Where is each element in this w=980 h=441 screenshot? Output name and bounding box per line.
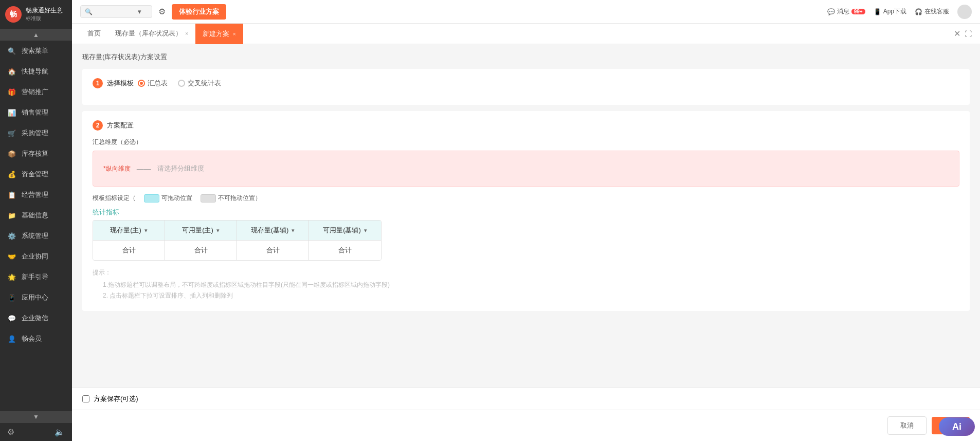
sidebar-item-system[interactable]: ⚙️ 系统管理 [0,226,72,246]
sales-icon: 📊 [7,108,16,117]
sidebar-item-label: 新手引导 [22,272,48,282]
fixed-chip-box [201,194,216,203]
save-row: 方案保存(可选) [72,388,980,410]
section-config-title: 方案配置 [107,121,134,130]
stats-cell-1: 合计 [165,241,237,260]
section-template-header: 1 选择模板 汇总表 交叉统计表 [93,78,959,88]
tab-new-scheme[interactable]: 新建方案 × [195,24,243,44]
sidebar-item-finance[interactable]: 💰 资金管理 [0,164,72,185]
sidebar-item-appstore[interactable]: 📱 应用中心 [0,287,72,308]
sidebar-item-label: 企业微信 [22,314,48,323]
sidebar: 畅 畅康通好生意 标准版 ▲ 🔍 搜索菜单 🏠 快捷导航 🎁 营销推广 📊 销售… [0,0,72,441]
stats-col-1-label: 可用量(主) [182,226,213,235]
stats-col-3-arrow[interactable]: ▾ [364,227,367,234]
section-template-title: 选择模板 [107,79,134,88]
stats-col-0[interactable]: 现存量(主) ▾ [93,220,165,240]
sidebar-item-quick-nav[interactable]: 🏠 快捷导航 [0,61,72,82]
tab-inventory-close-icon[interactable]: × [185,30,188,36]
newbie-icon: 🌟 [7,272,16,282]
search-box[interactable]: 🔍 ▾ [80,5,152,18]
stats-cell-3: 合计 [309,241,381,260]
sidebar-item-purchase[interactable]: 🛒 采购管理 [0,123,72,143]
radio-cross[interactable]: 交叉统计表 [178,79,221,88]
online-service-item[interactable]: 🎧 在线客服 [915,7,949,16]
search-dropdown-icon[interactable]: ▾ [138,8,141,15]
wechat-icon: 💬 [7,314,16,323]
ai-badge[interactable]: Ai [939,417,975,436]
sidebar-item-basic[interactable]: 📁 基础信息 [0,205,72,226]
settings-icon[interactable]: ⚙ [7,427,14,437]
stats-label: 统计指标 [93,208,959,217]
marketing-icon: 🎁 [7,87,16,97]
radio-summary[interactable]: 汇总表 [138,79,168,88]
basic-icon: 📁 [7,211,16,220]
stats-col-2-arrow[interactable]: ▾ [292,227,295,234]
section-config-header: 2 方案配置 [93,120,959,131]
dim-placeholder: 请选择分组维度 [157,164,204,173]
sidebar-item-newbie[interactable]: 🌟 新手引导 [0,267,72,287]
operations-icon: 📋 [7,190,16,199]
user-avatar[interactable] [957,5,972,19]
tab-inventory-label: 现存量（库存状况表） [115,29,182,38]
message-item[interactable]: 💬 消息 99+ [827,7,865,16]
sidebar-item-label: 经营管理 [22,190,48,199]
sidebar-item-contract[interactable]: 🤝 企业协同 [0,246,72,267]
phone-icon: 📱 [874,8,881,15]
online-service-label: 在线客服 [924,7,949,16]
message-icon: 💬 [827,8,835,15]
topbar-gear-icon[interactable]: ⚙ [158,7,166,16]
page-title: 现存量(库存状况表)方案设置 [82,52,970,62]
app-name-block: 畅康通好生意 标准版 [26,7,63,22]
stats-col-0-arrow[interactable]: ▾ [144,227,148,234]
sidebar-item-label: 资金管理 [22,170,48,179]
sidebar-item-label: 搜索菜单 [22,46,48,56]
stats-col-3[interactable]: 可用量(基辅) ▾ [309,220,381,240]
cancel-button[interactable]: 取消 [887,416,927,435]
stats-col-2[interactable]: 现存量(基辅) ▾ [237,220,309,240]
search-input[interactable] [95,8,136,15]
dim-required-mark: *纵向维度 [103,164,131,173]
save-checkbox[interactable] [82,395,89,402]
stats-table: 现存量(主) ▾ 可用量(主) ▾ 现存量(基辅) ▾ 可用量(基辅) [93,220,382,261]
tab-home-label: 首页 [87,29,101,38]
sidebar-item-wechat[interactable]: 💬 企业微信 [0,308,72,328]
dim-arrow: —— [137,164,151,173]
tabs-bar: 首页 现存量（库存状况表） × 新建方案 × ✕ ⛶ [72,24,980,44]
draggable-indicator: 可拖动位置 [144,194,192,203]
stats-cell-2: 合计 [237,241,309,260]
sidebar-item-operations[interactable]: 📋 经营管理 [0,185,72,205]
app-download-label: App下载 [883,7,906,16]
app-download-item[interactable]: 📱 App下载 [874,7,906,16]
sidebar-item-label: 畅会员 [22,334,42,343]
tab-new-scheme-close-icon[interactable]: × [232,31,235,37]
sidebar-item-marketing[interactable]: 🎁 营销推广 [0,82,72,102]
app-logo-icon: 畅 [5,6,22,23]
sidebar-item-label: 基础信息 [22,211,48,220]
sidebar-item-search-menu[interactable]: 🔍 搜索菜单 [0,41,72,61]
inventory-icon: 📦 [7,149,16,158]
sidebar-item-label: 应用中心 [22,293,48,302]
tab-inventory-status[interactable]: 现存量（库存状况表） × [108,24,195,44]
stats-col-3-label: 可用量(基辅) [323,226,361,235]
radio-summary-dot [138,80,145,87]
sidebar-scroll-up[interactable]: ▲ [0,29,72,41]
tab-home[interactable]: 首页 [80,24,108,44]
sidebar-item-member[interactable]: 👤 畅会员 [0,328,72,349]
sidebar-scroll-down[interactable]: ▼ [0,411,72,422]
stats-col-1[interactable]: 可用量(主) ▾ [165,220,237,240]
tab-new-scheme-label: 新建方案 [203,29,229,39]
tips-title: 提示： [93,267,959,279]
stats-col-1-arrow[interactable]: ▾ [216,227,220,234]
close-window-icon[interactable]: ✕ [954,29,960,39]
message-label: 消息 [837,7,849,16]
window-controls: ✕ ⛶ [954,29,972,39]
main-content: 现存量(库存状况表)方案设置 1 选择模板 汇总表 交叉统计表 [72,44,980,388]
audio-icon[interactable]: 🔈 [55,427,65,437]
sidebar-logo: 畅 畅康通好生意 标准版 [0,0,72,29]
sidebar-item-sales[interactable]: 📊 销售管理 [0,102,72,123]
trial-button[interactable]: 体验行业方案 [172,4,226,20]
expand-window-icon[interactable]: ⛶ [965,30,972,38]
save-checkbox-label: 方案保存(可选) [94,394,138,403]
section-template: 1 选择模板 汇总表 交叉统计表 [82,69,970,105]
sidebar-item-inventory[interactable]: 📦 库存核算 [0,143,72,164]
